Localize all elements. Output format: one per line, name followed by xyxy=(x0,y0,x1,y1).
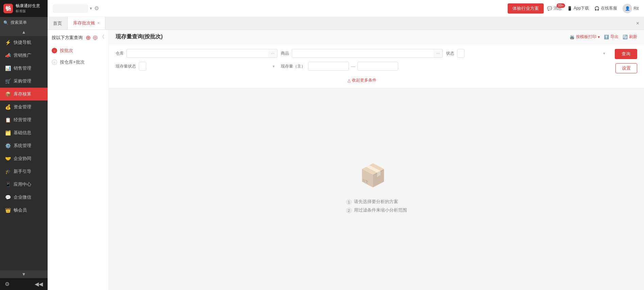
export-icon: ⬆️ xyxy=(604,35,609,39)
sidebar-item-shortcuts[interactable]: ⚡ 快捷导航 xyxy=(0,36,48,49)
tab-home[interactable]: 首页 xyxy=(48,17,68,30)
filter-inventory-qty-group: 现存量（主） — xyxy=(281,62,443,71)
inventory-icon: 📦 xyxy=(5,91,11,97)
collapse-up-icon: △ xyxy=(348,78,351,83)
product-select-btn[interactable]: ··· xyxy=(434,49,443,58)
filter-inventory-status-group: 现存量状态 xyxy=(116,62,277,71)
user-profile[interactable]: 👤 Rit xyxy=(623,4,639,13)
empty-step-2: 2 用过滤条件来缩小分析范围 xyxy=(346,207,407,214)
empty-state: 📦 1 请先选择要分析的方案 2 用过滤条件来缩小分析范围 xyxy=(109,88,644,290)
warehouse-input-group: ··· xyxy=(126,49,277,58)
scheme-by-warehouse-batch[interactable]: ○ 按仓库+批次 xyxy=(48,56,108,68)
product-input[interactable] xyxy=(292,49,434,58)
filter-status-group: 状态 xyxy=(446,49,608,58)
marketing-icon: 📣 xyxy=(5,53,11,58)
topbar-gear-icon[interactable]: ⚙ xyxy=(94,5,99,12)
empty-illustration: 📦 xyxy=(359,163,393,193)
warehouse-input[interactable] xyxy=(126,49,268,58)
message-badge: 99+ xyxy=(557,3,565,8)
sidebar-item-appstore[interactable]: 📱 应用中心 xyxy=(0,178,48,191)
filter-area: 仓库 ··· 商品 ··· xyxy=(109,44,644,88)
inventory-status-label: 现存量状态 xyxy=(116,64,136,69)
sidebar-item-sales[interactable]: 📊 销售管理 xyxy=(0,62,48,75)
sidebar-bottom: ⚙ ◀◀ xyxy=(0,278,48,290)
inventory-qty-max-input[interactable] xyxy=(357,62,398,71)
warehouse-label: 仓库 xyxy=(116,51,124,56)
print-dropdown-icon[interactable]: ▾ xyxy=(598,35,600,39)
sidebar-scroll-down[interactable]: ▼ xyxy=(0,270,48,278)
settings-scheme-icon[interactable]: ◎ xyxy=(93,34,98,41)
message-button[interactable]: 💬 消息 99+ xyxy=(547,5,562,11)
app-logo: 畅 xyxy=(3,4,13,13)
system-icon: ⚙️ xyxy=(5,143,11,148)
sidebar-label-system: 系统管理 xyxy=(14,143,31,149)
step-2-num: 2 xyxy=(346,207,352,214)
topbar-search-area[interactable] xyxy=(53,4,88,13)
sidebar-item-enterprise[interactable]: 🤝 企业协同 xyxy=(0,152,48,165)
headset-icon: 🎧 xyxy=(594,6,599,11)
refresh-button[interactable]: 🔄 刷新 xyxy=(623,34,637,40)
sidebar-item-member[interactable]: 👑 畅会员 xyxy=(0,204,48,217)
topbar: ▾ ⚙ 体验行业方案 💬 消息 99+ 📱 App下载 🎧 在线客服 👤 Rit xyxy=(48,0,644,17)
export-button[interactable]: ⬆️ 导出 xyxy=(604,34,618,40)
right-content: 现存量查询(按批次) 🖨️ 按模板打印 ▾ ⬆️ 导出 🔄 刷新 xyxy=(109,30,644,290)
sidebar-item-inventory[interactable]: 📦 库存核算 xyxy=(0,88,48,101)
finance-icon: 💰 xyxy=(5,104,11,110)
filter-action-col: 查询 设置 xyxy=(611,49,637,73)
app-title: 畅康通好生意 xyxy=(16,3,40,9)
sales-icon: 📊 xyxy=(5,66,11,71)
inventory-qty-min-input[interactable] xyxy=(308,62,349,71)
sidebar-label-sales: 销售管理 xyxy=(14,65,31,71)
warehouse-select-btn[interactable]: ··· xyxy=(268,49,277,58)
settings-button[interactable]: 设置 xyxy=(615,63,637,73)
add-scheme-icon[interactable]: ⊕ xyxy=(86,34,91,41)
print-button[interactable]: 🖨️ 按模板打印 ▾ xyxy=(570,34,600,40)
basics-icon: 🗂️ xyxy=(5,130,11,135)
purchase-icon: 🛒 xyxy=(5,78,11,84)
sidebar-search[interactable]: 🔍 搜索菜单 xyxy=(0,17,48,28)
tab-inventory-batch-label: 库存批次账 xyxy=(73,20,95,26)
topbar-search-input[interactable] xyxy=(57,6,84,11)
page-header: 现存量查询(按批次) 🖨️ 按模板打印 ▾ ⬆️ 导出 🔄 刷新 xyxy=(109,30,644,44)
sidebar-label-shortcuts: 快捷导航 xyxy=(14,39,31,46)
customer-service-button[interactable]: 🎧 在线客服 xyxy=(594,5,617,11)
collapse-filter-row[interactable]: △ 收起更多条件 xyxy=(116,75,608,83)
sidebar-label-finance: 资金管理 xyxy=(14,104,31,110)
sidebar-item-operations[interactable]: 📋 经营管理 xyxy=(0,113,48,126)
scheme-dot: ○ xyxy=(52,59,57,65)
collapse-panel-icon[interactable]: 《 xyxy=(100,34,104,41)
sidebar-item-system[interactable]: ⚙️ 系统管理 xyxy=(0,139,48,152)
sidebar-item-newbie[interactable]: 🎓 新手引导 xyxy=(0,165,48,178)
qty-dash: — xyxy=(349,64,357,69)
page-header-actions: 🖨️ 按模板打印 ▾ ⬆️ 导出 🔄 刷新 xyxy=(570,34,637,40)
filter-row-2: 现存量状态 现存量（主） — xyxy=(116,62,608,71)
sidebar-item-purchase[interactable]: 🛒 采购管理 xyxy=(0,75,48,88)
app-download-button[interactable]: 📱 App下载 xyxy=(567,5,589,11)
tab-inventory-batch[interactable]: 库存批次账 × xyxy=(68,17,105,30)
content-area: 按以下方案查询 ⊕ ◎ 《 ○ 按批次 ○ 按仓库+批次 现存量查询(按批次) xyxy=(48,30,644,290)
scheme-by-batch[interactable]: ○ 按批次 xyxy=(48,45,108,56)
experience-button[interactable]: 体验行业方案 xyxy=(508,3,544,14)
sidebar-item-marketing[interactable]: 📣 营销推广 xyxy=(0,49,48,62)
sidebar-item-finance[interactable]: 💰 资金管理 xyxy=(0,101,48,113)
empty-step-1: 1 请先选择要分析的方案 xyxy=(346,199,407,205)
inventory-status-select[interactable] xyxy=(139,62,146,71)
scheme-panel-title: 按以下方案查询 xyxy=(52,35,83,41)
status-select[interactable] xyxy=(457,49,464,58)
phone-icon: 📱 xyxy=(567,6,572,11)
page-title: 现存量查询(按批次) xyxy=(116,33,163,40)
settings-icon[interactable]: ⚙ xyxy=(5,281,10,287)
tab-panel-close-button[interactable]: × xyxy=(631,20,644,26)
scheme-panel-actions: ⊕ ◎ 《 xyxy=(86,34,104,41)
sidebar-item-basics[interactable]: 🗂️ 基础信息 xyxy=(0,126,48,139)
status-label: 状态 xyxy=(446,51,454,56)
topbar-dropdown-icon[interactable]: ▾ xyxy=(90,6,92,11)
sidebar-item-wechat[interactable]: 💬 企业微信 xyxy=(0,191,48,204)
app-download-label: App下载 xyxy=(574,5,589,11)
topbar-right: 💬 消息 99+ 📱 App下载 🎧 在线客服 👤 Rit xyxy=(547,4,639,13)
query-button[interactable]: 查询 xyxy=(615,49,637,59)
tab-inventory-batch-close[interactable]: × xyxy=(97,21,100,25)
collapse-sidebar-icon[interactable]: ◀◀ xyxy=(35,281,43,287)
sidebar-label-operations: 经营管理 xyxy=(14,117,31,123)
sidebar-scroll-up[interactable]: ▲ xyxy=(0,28,48,36)
